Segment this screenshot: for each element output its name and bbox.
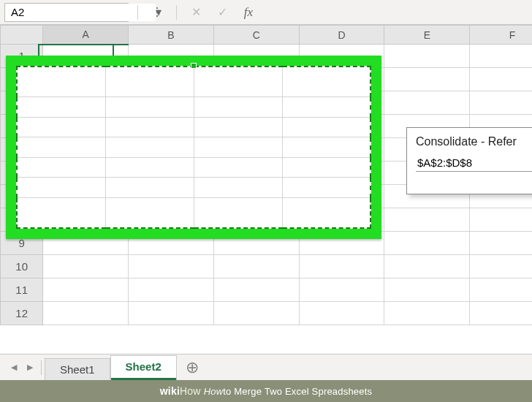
cell[interactable] [213, 302, 299, 325]
cell[interactable] [470, 278, 532, 302]
new-sheet-button[interactable]: ⊕ [181, 357, 203, 379]
cell[interactable] [129, 232, 214, 255]
cell[interactable] [213, 115, 299, 138]
row-header[interactable]: 3 [1, 91, 43, 115]
sheet-tab[interactable]: Sheet2 [110, 355, 177, 380]
select-all-corner[interactable] [1, 26, 43, 45]
cell[interactable] [470, 45, 532, 68]
row-header[interactable]: 1 [1, 45, 43, 68]
row-header[interactable]: 9 [1, 232, 43, 255]
cell[interactable] [299, 185, 384, 208]
row-header[interactable]: 11 [1, 278, 43, 302]
column-header[interactable]: E [384, 26, 470, 45]
column-header[interactable]: C [213, 26, 299, 45]
cell[interactable] [299, 208, 384, 232]
cell[interactable] [43, 162, 129, 185]
cell[interactable] [299, 138, 384, 162]
cell[interactable] [129, 208, 214, 232]
cell[interactable] [299, 278, 384, 302]
spreadsheet-area[interactable]: ABCDEF 123456789101112 Consolidate - Ref… [0, 25, 532, 354]
cell[interactable] [384, 208, 470, 232]
cell[interactable] [299, 68, 384, 91]
cell[interactable] [129, 185, 214, 208]
cell[interactable] [213, 162, 299, 185]
cell[interactable] [384, 91, 470, 115]
cell[interactable] [129, 91, 214, 115]
cell[interactable] [299, 232, 384, 255]
cell[interactable] [43, 115, 129, 138]
consolidate-reference-dialog[interactable]: Consolidate - Refer [406, 127, 532, 194]
cell[interactable] [129, 162, 214, 185]
cell[interactable] [43, 302, 129, 325]
tab-nav-next[interactable]: ▶ [22, 359, 38, 376]
row-header[interactable]: 10 [1, 255, 43, 278]
row-header[interactable]: 7 [1, 185, 43, 208]
cell[interactable] [43, 278, 129, 302]
confirm-button[interactable]: ✓ [212, 4, 232, 21]
cell[interactable] [129, 302, 214, 325]
reference-input[interactable] [416, 154, 532, 172]
cell[interactable] [213, 68, 299, 91]
column-header[interactable]: F [470, 26, 532, 45]
cell[interactable] [384, 232, 470, 255]
cell[interactable] [299, 45, 384, 68]
cell[interactable] [213, 185, 299, 208]
cell[interactable] [384, 68, 470, 91]
cell[interactable] [299, 302, 384, 325]
name-box-input[interactable] [5, 4, 156, 21]
cell[interactable] [213, 45, 299, 68]
cancel-button[interactable]: ✕ [186, 4, 206, 21]
cell[interactable] [213, 232, 299, 255]
row-header[interactable]: 12 [1, 302, 43, 325]
cell[interactable] [470, 68, 532, 91]
formula-input[interactable] [265, 4, 528, 21]
row-header[interactable]: 8 [1, 208, 43, 232]
sheet-tab[interactable]: Sheet1 [45, 358, 110, 380]
column-header[interactable]: D [299, 26, 384, 45]
cell[interactable] [43, 68, 129, 91]
cell[interactable] [299, 162, 384, 185]
cell[interactable] [43, 138, 129, 162]
cell[interactable] [129, 138, 214, 162]
caption-title: to Merge Two Excel Spreadsheets [223, 386, 372, 397]
row-header[interactable]: 5 [1, 138, 43, 162]
row-header[interactable]: 2 [1, 68, 43, 91]
cell[interactable] [43, 185, 129, 208]
column-header[interactable]: A [43, 26, 129, 45]
cell[interactable] [43, 91, 129, 115]
cell[interactable] [384, 255, 470, 278]
cell[interactable] [470, 255, 532, 278]
row-header[interactable]: 6 [1, 162, 43, 185]
tab-nav-prev[interactable]: ◀ [6, 359, 22, 376]
cell[interactable] [384, 278, 470, 302]
cell[interactable] [213, 255, 299, 278]
cell[interactable] [299, 115, 384, 138]
sheet-tab-bar: ◀ ▶ Sheet1Sheet2 ⊕ [0, 354, 532, 380]
cell[interactable] [299, 255, 384, 278]
cell[interactable] [129, 45, 214, 68]
column-header[interactable]: B [129, 26, 214, 45]
function-split-button[interactable]: ⋮ [147, 4, 167, 21]
cell[interactable] [384, 45, 470, 68]
cell[interactable] [43, 45, 129, 68]
cell[interactable] [213, 138, 299, 162]
cell[interactable] [299, 91, 384, 115]
cell[interactable] [470, 208, 532, 232]
cell[interactable] [43, 255, 129, 278]
cell[interactable] [213, 208, 299, 232]
cell[interactable] [129, 278, 214, 302]
logo-wiki: wiki [160, 385, 180, 397]
cell[interactable] [43, 232, 129, 255]
cell[interactable] [213, 278, 299, 302]
cell[interactable] [384, 302, 470, 325]
cell[interactable] [470, 232, 532, 255]
cell[interactable] [213, 91, 299, 115]
insert-function-button[interactable]: fx [238, 4, 259, 21]
cell[interactable] [129, 68, 214, 91]
cell[interactable] [470, 91, 532, 115]
row-header[interactable]: 4 [1, 115, 43, 138]
cell[interactable] [129, 115, 214, 138]
cell[interactable] [43, 208, 129, 232]
cell[interactable] [470, 302, 532, 325]
cell[interactable] [129, 255, 214, 278]
